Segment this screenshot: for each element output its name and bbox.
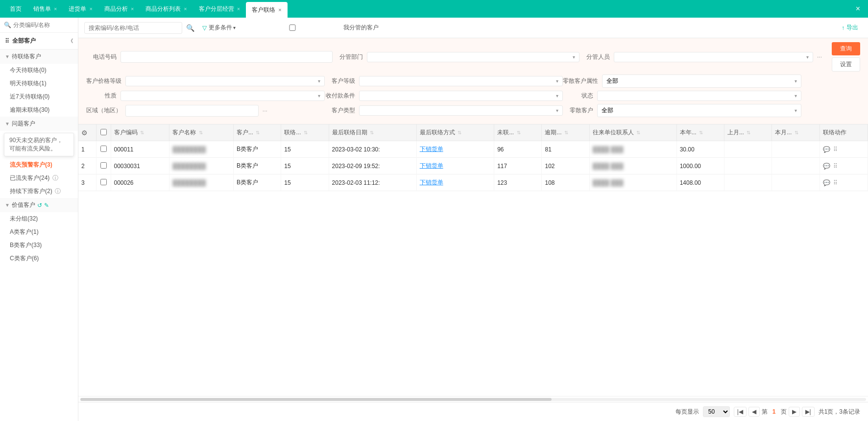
sidebar-item-declining[interactable]: 持续下滑客户(2) ⓘ (0, 185, 78, 198)
nav-customer-contact[interactable]: 客户联络 × (246, 2, 287, 18)
last-method-link[interactable]: 下销货单 (420, 162, 443, 169)
sidebar-item-churned[interactable]: 已流失客户(24) ⓘ (0, 172, 78, 185)
sidebar-group-title-pending[interactable]: ▼ 待联络客户 (0, 50, 78, 64)
refresh-icon[interactable]: ↺ (37, 202, 42, 209)
sidebar-item-7days[interactable]: 近7天待联络(0) (0, 90, 78, 103)
filter-select-dept[interactable]: ▾ (367, 52, 579, 62)
filter-select-scatter-cust[interactable]: 全部 ▾ (597, 104, 801, 117)
cell-overdue: 81 (542, 141, 589, 158)
next-page-button[interactable]: ▶ (789, 407, 800, 417)
sidebar-item-tomorrow[interactable]: 明天待联络(1) (0, 77, 78, 90)
sort-type-icon[interactable]: ⇅ (256, 130, 260, 135)
filter-select-nature[interactable]: ▾ (121, 91, 325, 101)
nav-customer-tier[interactable]: 客户分层经营 × (193, 0, 246, 18)
settings-gear-icon[interactable]: ⚙ (81, 129, 88, 137)
sidebar-item-overdue[interactable]: 逾期未联络(30) (0, 103, 78, 117)
edit-icon[interactable]: ✎ (44, 202, 49, 209)
sidebar-item-churn-warning[interactable]: 流失预警客户(3) (0, 158, 78, 172)
sort-uncontact-icon[interactable]: ⇅ (517, 130, 521, 135)
filter-select-person[interactable]: ▾ (614, 52, 813, 62)
cell-type: B类客户 (233, 174, 281, 191)
filter-input-region[interactable] (125, 105, 259, 117)
nav-sales[interactable]: 销售单 × (27, 0, 63, 18)
th-unit: 往来单位联系人 ⇅ (589, 124, 676, 141)
my-customers-checkbox[interactable]: 我分管的客户 (243, 24, 379, 32)
select-all-checkbox[interactable] (100, 129, 107, 135)
filter-select-grade[interactable]: ▾ (359, 76, 563, 86)
cell-this-month (772, 158, 820, 174)
close-product-list-icon[interactable]: × (184, 6, 187, 12)
sort-this-year-icon[interactable]: ⇅ (699, 130, 703, 135)
row-checkbox[interactable] (100, 162, 107, 169)
cell-checkbox (96, 174, 111, 191)
cell-action: 💬 ⠿ (820, 174, 868, 191)
close-product-analysis-icon[interactable]: × (131, 6, 134, 12)
collapse-icon[interactable]: 《 (68, 38, 73, 45)
filter-select-cust-type[interactable]: ▾ (359, 105, 563, 116)
sidebar-item-class-a[interactable]: A类客户(1) (0, 225, 78, 239)
sidebar-item-class-c[interactable]: C类客户(6) (0, 252, 78, 265)
region-dots[interactable]: ··· (259, 107, 271, 114)
close-sales-icon[interactable]: × (54, 6, 57, 12)
chat-icon[interactable]: 💬 (823, 163, 830, 170)
more-action-icon[interactable]: ⠿ (833, 163, 838, 170)
last-page-button[interactable]: ▶| (802, 407, 815, 417)
filter-select-status[interactable]: ▾ (597, 91, 801, 101)
last-method-link[interactable]: 下销货单 (420, 179, 443, 186)
more-action-icon[interactable]: ⠿ (833, 179, 838, 186)
sort-last-method-icon[interactable]: ⇅ (458, 130, 461, 135)
sidebar-item-ungrouped[interactable]: 未分组(32) (0, 212, 78, 225)
close-all-button[interactable]: × (852, 4, 864, 13)
chat-icon[interactable]: 💬 (823, 146, 830, 153)
nav-product-analysis[interactable]: 商品分析 × (98, 0, 140, 18)
sidebar-all-customers[interactable]: ⠿ 全部客户 《 (0, 33, 78, 50)
sort-last-month-icon[interactable]: ⇅ (747, 130, 750, 135)
nav-product-list[interactable]: 商品分析列表 × (140, 0, 193, 18)
close-customer-tier-icon[interactable]: × (237, 6, 240, 12)
person-dots[interactable]: ··· (813, 53, 826, 60)
sidebar-item-today[interactable]: 今天待联络(0) (0, 64, 78, 77)
sidebar-search-input[interactable] (13, 22, 78, 28)
filter-select-price-grade[interactable]: ▾ (125, 76, 325, 86)
prev-page-button[interactable]: ◀ (748, 407, 760, 417)
close-purchase-icon[interactable]: × (89, 6, 92, 12)
cell-last-method: 下销货单 (416, 174, 494, 191)
my-customers-check[interactable] (243, 25, 341, 31)
more-conditions-button[interactable]: ▽ 更多条件 ▾ (198, 22, 240, 34)
sort-code-icon[interactable]: ⇅ (140, 130, 144, 135)
sort-this-month-icon[interactable]: ⇅ (795, 130, 798, 135)
sidebar-item-class-b[interactable]: B类客户(33) (0, 239, 78, 252)
sort-unit-icon[interactable]: ⇅ (636, 130, 640, 135)
sort-last-date-icon[interactable]: ⇅ (370, 130, 374, 135)
nav-home[interactable]: 首页 (4, 0, 27, 18)
filter-field-dept: 分管部门 ▾ (333, 52, 579, 62)
filter-search-icon[interactable]: 🔍 (186, 24, 194, 32)
close-customer-contact-icon[interactable]: × (278, 7, 281, 13)
row-checkbox[interactable] (100, 146, 107, 152)
filter-select-payment[interactable]: ▾ (359, 91, 563, 101)
sort-contact-icon[interactable]: ⇅ (304, 130, 308, 135)
settings-button[interactable]: 设置 (832, 57, 860, 72)
search-input[interactable] (84, 22, 182, 34)
filter-field-phone: 电话号码 (86, 51, 333, 63)
horizontal-scrollbar[interactable] (78, 396, 868, 402)
filter-input-phone[interactable] (121, 51, 333, 63)
row-checkbox[interactable] (100, 179, 107, 185)
chat-icon[interactable]: 💬 (823, 179, 830, 186)
sidebar-group-title-problem[interactable]: ▼ 问题客户 (0, 117, 78, 131)
first-page-button[interactable]: |◀ (734, 407, 747, 417)
nav-purchase[interactable]: 进货单 × (63, 0, 98, 18)
per-page-label: 每页显示 (675, 408, 699, 416)
query-button[interactable]: 查询 (832, 42, 860, 55)
sidebar-group-title-value[interactable]: ▼ 价值客户 ↺ ✎ (0, 198, 78, 212)
filter-select-scatter-attr[interactable]: 全部 ▾ (602, 74, 801, 88)
cell-code: 00030031 (111, 158, 169, 174)
cell-this-year: 30.00 (676, 141, 724, 158)
sort-name-icon[interactable]: ⇅ (199, 130, 203, 135)
per-page-select[interactable]: 50 100 200 (703, 406, 730, 417)
more-action-icon[interactable]: ⠿ (833, 146, 838, 153)
last-method-link[interactable]: 下销货单 (420, 146, 443, 152)
scrollbar-thumb[interactable] (80, 398, 552, 401)
sort-overdue-icon[interactable]: ⇅ (564, 130, 568, 135)
export-button[interactable]: ↑ 导出 (838, 22, 862, 34)
